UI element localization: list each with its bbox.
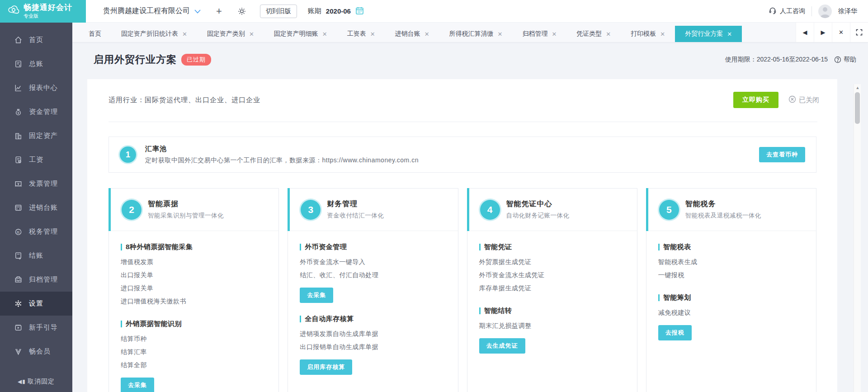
sidebar-item-7[interactable]: 发票管理 [0,172,72,196]
username[interactable]: 徐泽华 [838,7,857,15]
help-label: 帮助 [844,56,856,64]
card-action-button[interactable]: 去报税 [658,325,692,340]
period-value[interactable]: 2020-06 [326,7,351,15]
tab-close-icon[interactable]: ✕ [425,31,429,38]
sidebar-item-13[interactable]: 新手引导 [0,316,72,340]
report-icon [14,84,23,93]
tab-scroll-left-button[interactable]: ◀ [796,23,814,42]
sidebar-item-9[interactable]: 税税务管理 [0,220,72,244]
svg-text:税: 税 [16,231,20,234]
sidebar-item-1[interactable]: 首页 [0,28,72,52]
page-title: 启用外贸行业方案 [94,53,177,66]
card-section: 全自动库存核算进销项发票自动生成库单据出口报销单自动生成库单据启用库存核算 [300,315,448,375]
fullscreen-icon[interactable] [850,23,868,42]
tab-close-icon[interactable]: ✕ [552,31,557,38]
tab-close-icon[interactable]: ✕ [660,31,665,38]
company-selector[interactable]: 贵州腾越建设工程有限公司 [103,6,201,16]
sidebar-item-10[interactable]: 结账 [0,244,72,268]
section-accent-bar [479,244,481,250]
scrollbar-thumb[interactable] [855,92,860,124]
tab-close-icon[interactable]: ✕ [606,31,611,38]
tab-scroll-right-button[interactable]: ▶ [814,23,832,42]
support-button[interactable]: 人工咨询 [769,6,805,16]
tab-4[interactable]: 固定资产明细账✕ [264,26,337,42]
tab-2[interactable]: 固定资产折旧统计表✕ [111,26,197,42]
tab-6[interactable]: 进销台账✕ [385,26,439,42]
sidebar-item-12[interactable]: 设置 [0,292,72,316]
card-subtitle: 自动化财务记账一体化 [506,212,570,220]
tab-7[interactable]: 所得税汇算清缴✕ [439,26,513,42]
feature-card-4: 4智能凭证中心自动化财务记账一体化智能凭证外贸票据生成凭证外币资金流水生成凭证库… [467,188,637,392]
close-all-tabs-button[interactable]: ✕ [832,23,850,42]
section-header-label: 外币资金管理 [305,243,347,251]
section-header: 外销票据智能识别 [121,320,269,328]
logo-subtitle: 专业版 [24,13,72,19]
buy-now-button[interactable]: 立即购买 [733,92,778,108]
section-header: 8种外销票据智能采集 [121,243,269,251]
sidebar-item-14[interactable]: 畅会员 [0,340,72,364]
tab-label: 所得税汇算清缴 [449,30,494,38]
view-currencies-button[interactable]: 去查看币种 [759,147,805,162]
feature-item: 出口报关单 [121,269,269,282]
card-title: 智能凭证中心 [506,199,570,209]
collapse-icon: ◀▮ [18,378,26,385]
avatar[interactable] [818,5,832,18]
tab-5[interactable]: 工资表✕ [337,26,385,42]
sidebar-item-11[interactable]: 归档管理 [0,268,72,292]
tab-3[interactable]: 固定资产类别✕ [197,26,264,42]
card-action-button[interactable]: 去采集 [121,378,154,392]
tab-label: 首页 [89,30,101,38]
sidebar-item-4[interactable]: 资金管理 [0,100,72,124]
section-header-label: 智能凭证 [484,243,512,251]
tab-close-icon[interactable]: ✕ [370,31,375,38]
tab-close-icon[interactable]: ✕ [727,31,732,38]
section-header: 外币资金管理 [300,243,448,251]
salary-icon [14,156,23,165]
unpin-sidebar-button[interactable]: ◀▮ 取消固定 [0,378,72,386]
usage-period: 使用期限：2022-05-16至2022-06-15 [725,56,828,64]
section-header-label: 全自动库存核算 [305,315,354,323]
switch-to-old-version-button[interactable]: 切到旧版 [260,5,297,18]
card-action-button[interactable]: 去生成凭证 [479,338,525,354]
tab-8[interactable]: 归档管理✕ [512,26,566,42]
tab-close-icon[interactable]: ✕ [498,31,503,38]
tab-10[interactable]: 打印模板✕ [621,26,675,42]
tab-close-icon[interactable]: ✕ [182,31,187,38]
section-accent-bar [479,307,481,314]
feature-item: 结算全部 [121,359,269,372]
gear-icon[interactable] [237,7,246,16]
tab-close-icon[interactable]: ✕ [322,31,327,38]
vertical-scrollbar[interactable]: ▲ ▼ [854,84,861,392]
sidebar-item-2[interactable]: 总账 [0,52,72,76]
sidebar-item-5[interactable]: 固定资产 [0,124,72,148]
card-action-button[interactable]: 启用库存核算 [300,359,352,375]
step-number: 4 [480,200,500,220]
sidebar-item-6[interactable]: 工资 [0,148,72,172]
company-name: 贵州腾越建设工程有限公司 [103,6,190,16]
calendar-icon[interactable] [355,6,364,16]
sidebar-item-8[interactable]: 进销台账 [0,196,72,220]
tab-9[interactable]: 凭证类型✕ [566,26,621,42]
tab-1[interactable]: 首页 [79,26,111,42]
sidebar-item-label: 总账 [29,60,43,68]
scroll-up-icon[interactable]: ▲ [854,84,861,91]
settings-icon [14,299,23,308]
tab-11[interactable]: 外贸行业方案✕ [675,26,742,42]
sidebar-item-label: 结账 [29,251,43,260]
unpin-label: 取消固定 [28,378,55,386]
help-button[interactable]: 帮助 [834,56,856,64]
card-section: 智能凭证外贸票据生成凭证外币资金流水生成凭证库存单据生成凭证 [479,243,628,295]
headset-icon [769,6,777,16]
sidebar-item-label: 新手引导 [29,323,58,332]
tab-close-icon[interactable]: ✕ [249,31,254,38]
add-button[interactable]: + [216,5,222,17]
app-logo[interactable]: 畅捷通好会计 专业版 [0,0,86,23]
section-header: 智能凭证 [479,243,628,251]
tab-label: 进销台账 [395,30,420,38]
card-action-button[interactable]: 去采集 [300,288,333,303]
sidebar-item-label: 固定资产 [29,132,58,140]
tab-label: 凭证类型 [576,30,602,38]
sidebar-item-3[interactable]: 报表中心 [0,76,72,100]
card-subtitle: 资金收付结汇一体化 [327,212,384,220]
funds-icon [14,108,23,117]
